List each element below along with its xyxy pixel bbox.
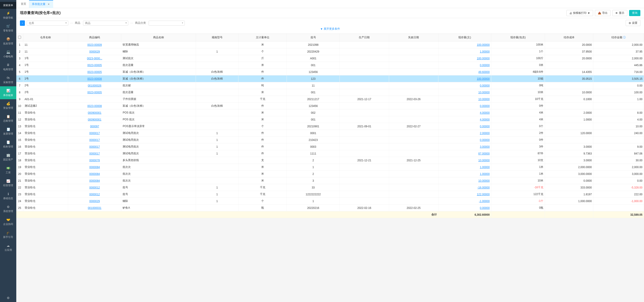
sidebar-item-ecommerce-small[interactable]: 💻 小额电商 xyxy=(0,48,16,61)
row-qty-main[interactable]: 1.00000 xyxy=(438,171,491,177)
row-qty-main[interactable]: 4.00000 xyxy=(438,116,491,123)
row-code[interactable]: 0000078 xyxy=(68,157,121,164)
settings-button[interactable]: ⚙ 设置 xyxy=(626,20,640,26)
row-produce xyxy=(340,137,389,143)
row-index: 22 xyxy=(16,184,23,191)
row-warehouse: 营业给仓 xyxy=(23,177,68,184)
export-button[interactable]: 📤 导出 xyxy=(595,10,610,16)
row-amount: 222.00 xyxy=(593,191,644,198)
filter-expand-row[interactable]: ▼ 展开更多条件 xyxy=(20,26,640,32)
row-code[interactable]: 0000017 xyxy=(68,150,121,157)
sidebar-item-salary[interactable]: 💵 工资 xyxy=(0,164,16,177)
row-code[interactable]: 0023-0000... xyxy=(68,55,121,62)
row-qty-main[interactable]: 10.00000 xyxy=(438,157,491,164)
row-code[interactable]: 0000029 xyxy=(68,48,121,55)
row-code[interactable]: 000097 xyxy=(68,123,121,130)
goods-filter-input[interactable] xyxy=(83,21,128,26)
row-qty-main[interactable]: 10.00000 xyxy=(438,96,491,103)
sidebar-item-inventory[interactable]: 📊 库存核算 xyxy=(0,86,16,99)
row-code[interactable]: 0000084 xyxy=(68,171,121,177)
sidebar-item-tax[interactable]: 📑 税务管理 xyxy=(0,138,16,151)
sidebar-item-label: 基础信息 xyxy=(3,197,13,200)
amount-info-icon: ⓘ xyxy=(623,36,626,39)
sidebar-item-finance[interactable]: 💰 资金管理 xyxy=(0,99,16,112)
row-code[interactable]: 0000012 xyxy=(68,184,121,191)
sidebar-item-ledger[interactable]: 📋 总账管理 xyxy=(0,112,16,125)
row-amount: 0.00 xyxy=(593,82,644,89)
row-code[interactable]: 0000017 xyxy=(68,130,121,137)
col-checkbox[interactable] xyxy=(16,34,23,42)
print-button[interactable]: 🖨 按模板打印 ▼ xyxy=(566,10,593,16)
row-qty-main[interactable]: 49.60000 xyxy=(438,69,491,75)
row-qty-main[interactable]: 87.00000 xyxy=(438,150,491,157)
row-qty-main[interactable]: 0.00000 xyxy=(438,82,491,89)
row-code[interactable]: 0023-00009 xyxy=(68,42,121,48)
row-qty-main[interactable]: 10.00000 xyxy=(438,177,491,184)
tab-inventory-batch[interactable]: 库存批次量 ✕ xyxy=(29,0,53,8)
row-code[interactable]: 0000084 xyxy=(68,164,121,171)
row-qty-main[interactable]: 100.00000 xyxy=(438,42,491,48)
sidebar-item-guide[interactable]: 🎓 新手引导 xyxy=(0,228,16,241)
row-qty-main[interactable]: 0.00000 xyxy=(438,205,491,211)
row-produce: 2021-12-21 xyxy=(340,157,389,164)
sidebar-item-system[interactable]: ⚙ 系统管理 xyxy=(0,203,16,215)
row-qty-main[interactable]: 0.00000 xyxy=(438,123,491,130)
sidebar-item-wholesale[interactable]: 📦 批发管理 xyxy=(0,35,16,48)
row-code[interactable]: 0023-00008 xyxy=(68,103,121,109)
row-qty-main[interactable]: 2.00000 xyxy=(438,130,491,137)
row-code[interactable]: 001000031 xyxy=(68,205,121,211)
row-code[interactable]: 0023-00005 xyxy=(68,89,121,96)
sidebar-item-ecommerce[interactable]: 🖥 电商管理 xyxy=(0,61,16,73)
row-qty-main[interactable]: 1.00000 xyxy=(438,164,491,171)
sidebar-item-collab[interactable]: 🤝 企业协同 xyxy=(0,215,16,228)
row-qty-main[interactable]: 100.00000 xyxy=(438,55,491,62)
row-code[interactable]: 0023-00005 xyxy=(68,62,121,69)
sidebar-item-base-info[interactable]: ℹ 基础信息 xyxy=(0,190,16,203)
row-qty-main[interactable]: 1.00000 xyxy=(438,48,491,55)
sidebar-item-label: 税务管理 xyxy=(3,145,13,148)
sidebar-logo-text: 搜索菜单 xyxy=(3,4,13,7)
row-code[interactable]: 0023-00005 xyxy=(68,69,121,75)
sidebar-item-purchase[interactable]: 🛍 采购管理 xyxy=(0,73,16,86)
query-button[interactable]: 查询 xyxy=(629,10,640,16)
row-qty-main[interactable]: 0.00000 xyxy=(438,103,491,109)
sidebar-item-operations[interactable]: 📈 经营管理 xyxy=(0,177,16,190)
row-code[interactable]: 0000012 xyxy=(68,191,121,198)
tab-close-button[interactable]: ✕ xyxy=(47,3,50,6)
sidebar-item-fixed-assets[interactable]: 🏢 固定资产 xyxy=(0,151,16,164)
sidebar-item-invoice[interactable]: 🧾 发票管理 xyxy=(0,125,16,138)
sidebar-item-quick-nav[interactable]: ⚡ 快捷导航 xyxy=(0,9,16,22)
row-code[interactable]: 001000026 xyxy=(68,82,121,89)
table-row: 24 营业给仓 0000029 鳗际 1 个 1 -1.00000 -1个 1,… xyxy=(16,198,644,205)
sidebar-settings-button[interactable]: ⚙ xyxy=(0,294,16,302)
sidebar-item-retail[interactable]: 🛒 零售管理 xyxy=(0,22,16,35)
tab-home[interactable]: 首页 xyxy=(18,0,29,8)
row-code[interactable]: 0023-00008 xyxy=(68,75,121,82)
row-code[interactable]: 000900001 xyxy=(68,109,121,116)
row-code[interactable]: 0000029 xyxy=(68,198,121,205)
select-all-checkbox[interactable] xyxy=(18,36,21,39)
row-qty-main[interactable]: -1.00000 xyxy=(438,198,491,205)
row-code[interactable]: 000900001 xyxy=(68,116,121,123)
row-qty-main[interactable]: -16.00000 xyxy=(438,184,491,191)
tab-bar: 首页 库存批次量 ✕ xyxy=(16,0,644,8)
row-spec xyxy=(196,55,238,62)
sidebar-logo[interactable]: 搜索菜单 xyxy=(0,2,16,9)
row-code[interactable]: 0000084 xyxy=(68,177,121,184)
row-qty-main[interactable]: 3.00000 xyxy=(438,143,491,150)
row-qty-main[interactable]: 0.00000 xyxy=(438,62,491,69)
warehouse-filter-input[interactable] xyxy=(27,21,68,26)
row-code[interactable] xyxy=(68,96,121,103)
row-code[interactable]: 0000017 xyxy=(68,137,121,143)
row-qty-main[interactable]: 122.00000 xyxy=(438,191,491,198)
category-filter-select[interactable] xyxy=(148,21,185,26)
row-qty-main[interactable]: 10.00000 xyxy=(438,89,491,96)
sidebar-item-cloud[interactable]: ☁ 云应用 xyxy=(0,241,16,254)
row-warehouse: 营业给仓 xyxy=(23,116,68,123)
row-qty-main[interactable]: 0.00000 xyxy=(438,137,491,143)
row-qty-main[interactable]: 4.00000 xyxy=(438,109,491,116)
display-button[interactable]: 👁 显示 xyxy=(612,10,627,16)
filter-expand-toggle[interactable]: › xyxy=(20,20,25,26)
row-code[interactable]: 0000017 xyxy=(68,143,121,150)
row-qty-main[interactable]: 100.00000 xyxy=(438,75,491,82)
